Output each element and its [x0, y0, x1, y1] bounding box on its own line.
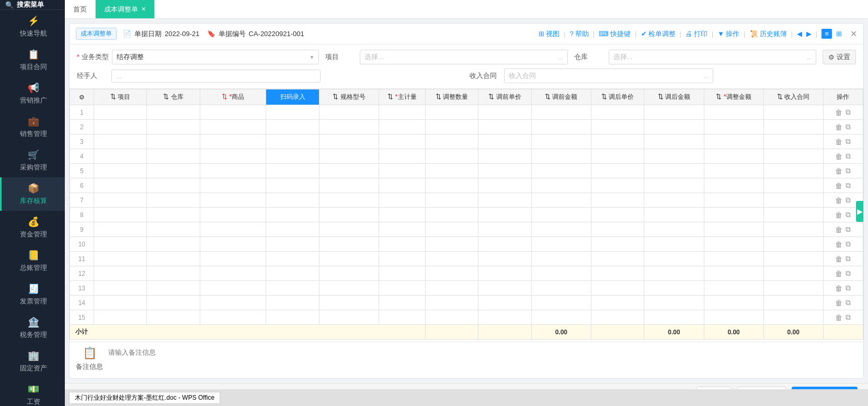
- cell-before-amount[interactable]: [531, 266, 591, 281]
- cell-project[interactable]: [94, 134, 146, 149]
- col-adjust-amount[interactable]: ⇅ *调整金额: [704, 89, 763, 105]
- cell-goods[interactable]: [200, 310, 266, 325]
- cell-before-price[interactable]: [478, 120, 531, 134]
- cell-unit[interactable]: [379, 178, 426, 193]
- cell-goods[interactable]: [200, 193, 266, 208]
- delete-row-icon[interactable]: 🗑: [835, 284, 842, 292]
- cell-warehouse[interactable]: [147, 105, 200, 120]
- cell-after-amount[interactable]: [644, 149, 704, 164]
- cell-before-amount[interactable]: [531, 149, 591, 164]
- delete-row-icon[interactable]: 🗑: [835, 269, 842, 278]
- cell-after-amount[interactable]: [644, 134, 704, 149]
- warehouse-input[interactable]: 选择... ...: [609, 50, 816, 64]
- cell-qty[interactable]: [425, 120, 478, 134]
- cell-income-contract[interactable]: [763, 252, 823, 266]
- check-adjust-action[interactable]: ✔ 检单调整: [641, 29, 676, 39]
- copy-row-icon[interactable]: ⧉: [846, 254, 851, 263]
- cell-spec[interactable]: [319, 120, 379, 134]
- cell-adjust-amount[interactable]: [704, 208, 763, 222]
- cell-after-amount[interactable]: [644, 296, 704, 310]
- cell-qty[interactable]: [425, 237, 478, 252]
- cell-adjust-amount[interactable]: [704, 252, 763, 266]
- cell-before-price[interactable]: [478, 164, 531, 178]
- cell-unit[interactable]: [379, 310, 426, 325]
- cell-scan[interactable]: [266, 252, 319, 266]
- cell-unit[interactable]: [379, 149, 426, 164]
- cell-goods[interactable]: [200, 281, 266, 296]
- cell-unit[interactable]: [379, 266, 426, 281]
- sidebar-item-purchase-mgmt[interactable]: 🛒 采购管理: [0, 144, 65, 177]
- cell-warehouse[interactable]: [147, 193, 200, 208]
- cell-project[interactable]: [94, 120, 146, 134]
- col-qty[interactable]: ⇅ 调整数量: [425, 89, 478, 105]
- cell-spec[interactable]: [319, 296, 379, 310]
- copy-row-icon[interactable]: ⧉: [846, 313, 851, 322]
- cell-qty[interactable]: [425, 178, 478, 193]
- tab-home[interactable]: 首页: [65, 0, 96, 18]
- delete-row-icon[interactable]: 🗑: [835, 152, 842, 161]
- project-input[interactable]: 选择... ...: [360, 50, 567, 64]
- cell-goods[interactable]: [200, 252, 266, 266]
- cell-scan[interactable]: [266, 105, 319, 120]
- cell-before-price[interactable]: [478, 222, 531, 237]
- cell-adjust-amount[interactable]: [704, 296, 763, 310]
- cell-scan[interactable]: [266, 310, 319, 325]
- cell-qty[interactable]: [425, 164, 478, 178]
- cell-after-amount[interactable]: [644, 310, 704, 325]
- sidebar-item-tax-mgmt[interactable]: 🏦 税务管理: [0, 311, 65, 345]
- cell-after-amount[interactable]: [644, 193, 704, 208]
- help-action[interactable]: ? 帮助: [570, 29, 589, 39]
- cell-income-contract[interactable]: [763, 237, 823, 252]
- cell-goods[interactable]: [200, 178, 266, 193]
- cell-income-contract[interactable]: [763, 105, 823, 120]
- cell-spec[interactable]: [319, 105, 379, 120]
- delete-row-icon[interactable]: 🗑: [835, 182, 842, 190]
- cell-unit[interactable]: [379, 193, 426, 208]
- cell-income-contract[interactable]: [763, 120, 823, 134]
- cell-before-price[interactable]: [478, 149, 531, 164]
- cell-goods[interactable]: [200, 164, 266, 178]
- cell-unit[interactable]: [379, 120, 426, 134]
- copy-row-icon[interactable]: ⧉: [846, 196, 851, 205]
- cell-project[interactable]: [94, 252, 146, 266]
- cell-unit[interactable]: [379, 164, 426, 178]
- col-after-price[interactable]: ⇅ 调后单价: [591, 89, 644, 105]
- col-after-amount[interactable]: ⇅ 调后金额: [644, 89, 704, 105]
- cell-scan[interactable]: [266, 296, 319, 310]
- cell-qty[interactable]: [425, 222, 478, 237]
- nav-next-icon[interactable]: ▶: [806, 30, 812, 38]
- cell-spec[interactable]: [319, 252, 379, 266]
- cell-before-amount[interactable]: [531, 208, 591, 222]
- sidebar-item-invoice-mgmt[interactable]: 🧾 发票管理: [0, 278, 65, 311]
- cell-project[interactable]: [94, 296, 146, 310]
- cell-goods[interactable]: [200, 149, 266, 164]
- delete-row-icon[interactable]: 🗑: [835, 299, 842, 307]
- cell-after-price[interactable]: [591, 105, 644, 120]
- col-project[interactable]: ⇅ 项目: [94, 89, 146, 105]
- cell-before-price[interactable]: [478, 237, 531, 252]
- cell-scan[interactable]: [266, 149, 319, 164]
- scroll-indicator[interactable]: ▶: [856, 201, 863, 222]
- cell-warehouse[interactable]: [147, 120, 200, 134]
- sidebar-item-payroll[interactable]: 💵 工资: [0, 378, 65, 406]
- cell-income-contract[interactable]: [763, 266, 823, 281]
- copy-row-icon[interactable]: ⧉: [846, 181, 851, 190]
- delete-row-icon[interactable]: 🗑: [835, 240, 842, 249]
- cell-after-price[interactable]: [591, 222, 644, 237]
- cell-before-amount[interactable]: [531, 237, 591, 252]
- cell-qty[interactable]: [425, 193, 478, 208]
- cell-adjust-amount[interactable]: [704, 222, 763, 237]
- cell-after-amount[interactable]: [644, 252, 704, 266]
- cell-before-amount[interactable]: [531, 296, 591, 310]
- col-warehouse[interactable]: ⇅ 仓库: [147, 89, 200, 105]
- cell-income-contract[interactable]: [763, 310, 823, 325]
- cell-after-price[interactable]: [591, 149, 644, 164]
- handler-input[interactable]: ...: [111, 70, 321, 83]
- cell-goods[interactable]: [200, 105, 266, 120]
- delete-row-icon[interactable]: 🗑: [835, 138, 842, 146]
- cell-spec[interactable]: [319, 134, 379, 149]
- cell-qty[interactable]: [425, 296, 478, 310]
- cell-warehouse[interactable]: [147, 208, 200, 222]
- cell-project[interactable]: [94, 310, 146, 325]
- cell-before-amount[interactable]: [531, 310, 591, 325]
